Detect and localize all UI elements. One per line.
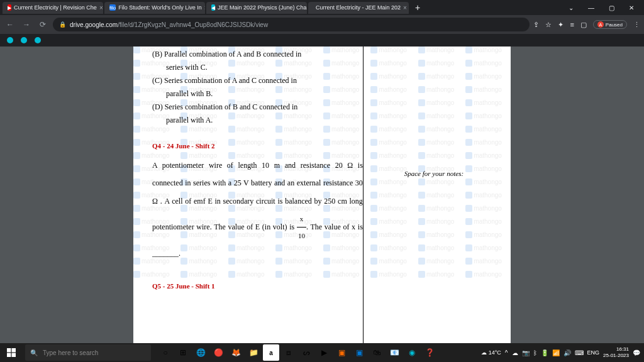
bluetooth-icon[interactable]: ᛒ (533, 349, 537, 356)
window-controls: ⌄ — ▢ ✕ (561, 0, 641, 15)
firefox-icon[interactable]: 🦊 (228, 344, 244, 361)
reload-button[interactable]: ⟳ (36, 20, 49, 29)
new-tab-button[interactable]: + (410, 3, 425, 13)
forward-button[interactable]: → (20, 20, 33, 29)
youtube-icon: ▶ (8, 4, 11, 11)
explorer-icon[interactable]: 📁 (245, 344, 262, 361)
keyboard-icon[interactable]: ⌨ (575, 349, 584, 356)
option-c-line1: (C) Series combination of A and C connec… (166, 75, 363, 86)
browser-tab-bar: ▶ Current Electricity | Revision Che × f… (0, 0, 644, 15)
start-button[interactable] (0, 343, 23, 362)
maximize-button[interactable]: ▢ (601, 0, 621, 15)
address-bar-actions: ⇪ ☆ ✦ ≡ ▢ A Paused ⋮ (533, 20, 640, 29)
windows-icon (7, 348, 16, 357)
notes-label: Space for your notes: (376, 170, 492, 177)
system-tray: ☁ 14°C ^ ☁ 📷 ᛒ 🔋 📶 🔊 ⌨ ENG 16:31 25-01-2… (481, 346, 644, 358)
option-d-line1: (D) Series combination of B and C connec… (166, 101, 363, 112)
dropbox-icon[interactable]: ⧈ (280, 344, 297, 361)
menu-icon[interactable]: ⋮ (633, 21, 640, 29)
battery-icon[interactable]: 🔋 (541, 349, 548, 356)
side-panel-icon[interactable]: ▢ (580, 21, 587, 29)
app-icon-4[interactable]: ▣ (351, 344, 367, 361)
onedrive-icon[interactable]: ☁ (512, 349, 518, 356)
app-icon-8[interactable]: ❓ (421, 344, 438, 361)
tab-title: Current Electricity | Revision Che (14, 4, 97, 11)
close-button[interactable]: ✕ (621, 0, 641, 15)
edge-icon[interactable]: 🌐 (192, 344, 209, 361)
search-placeholder: Type here to search (43, 349, 98, 356)
app-icon-1[interactable]: ᔕ (298, 344, 314, 361)
date: 25-01-2023 (603, 353, 629, 359)
extensions-icon[interactable]: ✦ (558, 21, 564, 29)
svg-point-2 (35, 37, 41, 43)
filo-icon: filo (109, 4, 116, 11)
weather-widget[interactable]: ☁ 14°C (481, 349, 501, 356)
close-icon[interactable]: × (403, 4, 407, 11)
bookmark-icon-2[interactable] (20, 36, 28, 44)
windows-taskbar: 🔍 Type here to search ○ ⊞ 🌐 🔴 🦊 📁 a ⧈ ᔕ … (0, 343, 644, 362)
taskbar-apps: ○ ⊞ 🌐 🔴 🦊 📁 a ⧈ ᔕ ▶ ▣ ▣ 🛍 📧 ◉ ❓ (157, 344, 438, 361)
svg-rect-3 (7, 348, 11, 352)
address-bar: ← → ⟳ 🔒 drive.google.com/file/d/1ZrgKvgz… (0, 15, 644, 34)
notifications-icon[interactable]: 💬 (633, 349, 640, 356)
url-input[interactable]: 🔒 drive.google.com/file/d/1ZrgKvgzN_avhn… (53, 18, 530, 31)
profile-paused-badge[interactable]: A Paused (593, 20, 627, 29)
search-icon: 🔍 (30, 349, 38, 356)
app-icon-6[interactable]: 📧 (386, 344, 402, 361)
tab-2[interactable]: ◀ JEE Main 2022 Physics (June) Cha × (206, 2, 307, 14)
language-indicator[interactable]: ENG (587, 349, 600, 356)
reading-list-icon[interactable]: ≡ (570, 21, 574, 28)
chevron-down-icon[interactable]: ⌄ (561, 0, 581, 15)
share-icon[interactable]: ⇪ (533, 21, 539, 29)
temperature: 14°C (489, 349, 501, 356)
q5-label: Q5 - 25 June - Shift 1 (152, 281, 363, 292)
app-icon-7[interactable]: ◉ (404, 344, 420, 361)
amazon-icon[interactable]: a (263, 344, 279, 361)
document-viewer[interactable]: document.write(Array(18).fill('<div clas… (0, 47, 644, 343)
tab-3[interactable]: Current Electricity - JEE Main 202 × (308, 2, 409, 14)
bookmark-icon-1[interactable] (6, 36, 14, 44)
chrome-icon[interactable]: 🔴 (210, 344, 226, 361)
wifi-icon[interactable]: 📶 (552, 349, 560, 356)
profile-avatar: A (597, 21, 604, 28)
close-icon[interactable]: × (204, 4, 205, 11)
tab-title: Filo Student: World's Only Live In (118, 4, 202, 11)
svg-rect-6 (12, 353, 16, 357)
tab-title: Current Electricity - JEE Main 202 (316, 4, 401, 11)
notes-column: Space for your notes: (363, 47, 492, 343)
document-page: document.write(Array(18).fill('<div clas… (133, 47, 511, 343)
url-text: drive.google.com/file/d/1ZrgKvgzN_avhnw4… (70, 21, 268, 28)
tab-title: JEE Main 2022 Physics (June) Cha (218, 4, 307, 11)
back-button[interactable]: ← (4, 20, 16, 29)
tab-0[interactable]: ▶ Current Electricity | Revision Che × (3, 2, 103, 14)
meet-now-icon[interactable]: 📷 (522, 349, 530, 356)
option-c-line2: parallel with B. (166, 88, 363, 99)
paused-label: Paused (606, 22, 623, 28)
time: 16:31 (603, 346, 629, 353)
volume-icon[interactable]: 🔊 (564, 349, 571, 356)
option-b-line1: (B) Parallel combination of A and B conn… (152, 48, 363, 60)
q4-body: A potentiometer wire of length 10 m and … (152, 156, 363, 263)
app-icon-3[interactable]: ▣ (333, 344, 350, 361)
close-icon[interactable]: × (99, 4, 103, 11)
svg-rect-4 (12, 348, 16, 352)
cortana-icon[interactable]: ○ (157, 344, 174, 361)
svg-point-1 (21, 37, 27, 43)
question-column: (B) Parallel combination of A and B conn… (152, 47, 363, 343)
clock[interactable]: 16:31 25-01-2023 (603, 346, 629, 358)
fraction: x 10 (297, 211, 306, 244)
app-icon: ◀ (211, 4, 215, 11)
tab-1[interactable]: filo Filo Student: World's Only Live In … (104, 2, 205, 14)
taskbar-search[interactable]: 🔍 Type here to search (25, 344, 151, 361)
minimize-button[interactable]: — (581, 0, 601, 15)
app-icon-2[interactable]: ▶ (316, 344, 332, 361)
svg-point-0 (7, 37, 13, 43)
q4-label: Q4 - 24 June - Shift 2 (152, 141, 363, 151)
star-icon[interactable]: ☆ (545, 21, 552, 29)
chevron-up-icon[interactable]: ^ (505, 349, 508, 356)
bookmark-icon-3[interactable] (34, 36, 42, 44)
app-icon-5[interactable]: 🛍 (369, 344, 385, 361)
lock-icon: 🔒 (59, 21, 66, 28)
option-d-line2: parallel with A. (166, 114, 363, 126)
task-view-icon[interactable]: ⊞ (175, 344, 191, 361)
